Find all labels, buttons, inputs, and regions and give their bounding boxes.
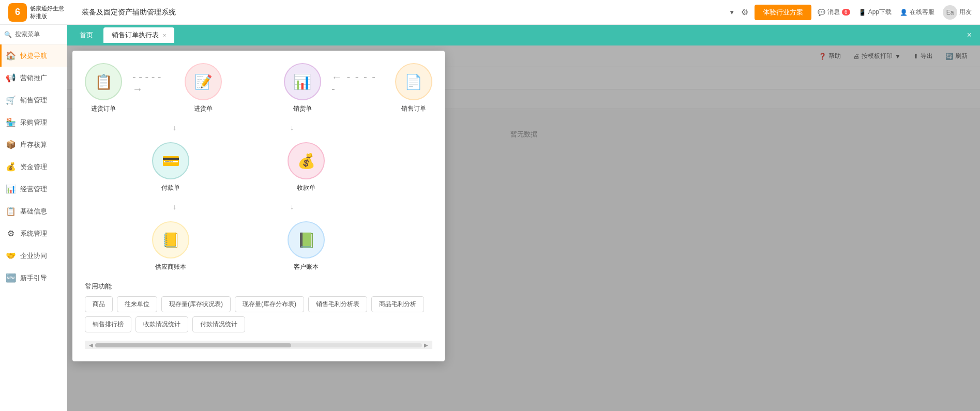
- popup-overlay: 📋 进货订单 - - - - - → 📝 进货单: [67, 45, 980, 411]
- sidebar-item-label: 资金管理: [20, 162, 47, 172]
- message-icon: 💬: [818, 9, 825, 16]
- basic-info-icon: 📋: [6, 206, 16, 216]
- tab-close-button[interactable]: ×: [163, 32, 166, 38]
- sidebar-item-purchase-mgmt[interactable]: 🏪 采购管理: [0, 111, 67, 133]
- flow-item-supplier-account[interactable]: 📒 供应商账本: [152, 221, 189, 271]
- sidebar: 🔍 搜索菜单 🏠 快捷导航 📢 营销推广 🛒 销售管理 🏪 采购管理 📦: [0, 25, 67, 411]
- flow-item-sales-order[interactable]: 📄 销售订单: [395, 63, 432, 113]
- settings-icon[interactable]: ⚙: [741, 7, 748, 17]
- sidebar-item-label: 新手引导: [20, 273, 47, 283]
- flow-row-3: 📒 供应商账本 📗 客户账本: [152, 221, 432, 271]
- flow-row-arrows: ↓ ↓: [173, 121, 432, 134]
- flow-item-purchase-receipt[interactable]: 📝 进货单: [185, 63, 222, 113]
- app-download-button[interactable]: 📱 App下载: [858, 8, 892, 17]
- btn-inventory-dist[interactable]: 现存量(库存分布表): [235, 296, 304, 312]
- tab-label: 销售订单执行表: [112, 31, 159, 40]
- arrow-left-1: ← - - - - -: [331, 71, 385, 95]
- common-buttons-row-2: 销售排行榜 收款情况统计 付款情况统计: [85, 316, 432, 332]
- top-bar: 6 畅康通好生意标推版 装备及固定资产辅助管理系统 ▼ ⚙ 体验行业方案 💬 消…: [0, 0, 980, 25]
- btn-sales-rank[interactable]: 销售排行榜: [85, 316, 131, 332]
- message-button[interactable]: 💬 消息 6: [818, 8, 850, 17]
- online-service-label: 在线客服: [910, 8, 934, 17]
- scroll-thumb[interactable]: [95, 343, 291, 347]
- flow-item-customer-account[interactable]: 📗 客户账本: [288, 221, 325, 271]
- popup-inner: 📋 进货订单 - - - - - → 📝 进货单: [72, 51, 445, 361]
- user-menu[interactable]: Ea 用友: [943, 5, 972, 20]
- sidebar-item-enterprise[interactable]: 🤝 企业协同: [0, 245, 67, 267]
- flow-item-payment[interactable]: 💳 付款单: [152, 142, 189, 192]
- logo-area: 6 畅康通好生意标推版: [8, 3, 76, 22]
- down-arrow-1: ↓: [173, 121, 176, 134]
- main-area: 🔍 搜索菜单 🏠 快捷导航 📢 营销推广 🛒 销售管理 🏪 采购管理 📦: [0, 25, 980, 411]
- purchase-receipt-label: 进货单: [194, 104, 213, 113]
- scroll-left-arrow[interactable]: ◀: [87, 342, 95, 348]
- sidebar-item-operations[interactable]: 📊 经营管理: [0, 178, 67, 200]
- user-label: 用友: [959, 8, 972, 17]
- operations-icon: 📊: [6, 184, 16, 194]
- btn-sales-profit[interactable]: 销售毛利分析表: [308, 296, 367, 312]
- logo-text: 畅康通好生意标推版: [30, 5, 64, 20]
- btn-counterpart[interactable]: 往来单位: [117, 296, 157, 312]
- try-industry-button[interactable]: 体验行业方案: [755, 5, 811, 20]
- customer-account-label: 客户账本: [294, 263, 319, 271]
- btn-product-profit[interactable]: 商品毛利分析: [371, 296, 424, 312]
- sidebar-item-marketing[interactable]: 📢 营销推广: [0, 67, 67, 89]
- app-download-label: App下载: [868, 8, 892, 17]
- sidebar-item-label: 销售管理: [20, 96, 47, 105]
- sidebar-item-sales-mgmt[interactable]: 🛒 销售管理: [0, 89, 67, 111]
- system-dropdown-arrow[interactable]: ▼: [729, 9, 735, 16]
- sidebar-item-finance[interactable]: 💰 资金管理: [0, 156, 67, 178]
- common-functions-title: 常用功能: [85, 282, 432, 291]
- sidebar-search[interactable]: 🔍 搜索菜单: [0, 25, 67, 44]
- tab-home[interactable]: 首页: [71, 26, 101, 44]
- payment-circle: 💳: [152, 142, 189, 179]
- tab-sales-execution[interactable]: 销售订单执行表 ×: [103, 27, 174, 43]
- new-guide-icon: 🆕: [6, 273, 16, 283]
- marketing-icon: 📢: [6, 73, 16, 83]
- enterprise-icon: 🤝: [6, 251, 16, 261]
- system-mgmt-icon: ⚙: [6, 229, 16, 238]
- sidebar-item-label: 基础信息: [20, 207, 47, 216]
- sidebar-item-inventory[interactable]: 📦 库存核算: [0, 133, 67, 156]
- sales-order-label: 销售订单: [401, 104, 426, 113]
- purchase-order-circle: 📋: [85, 63, 122, 100]
- sidebar-item-label: 营销推广: [20, 73, 47, 83]
- scroll-right-arrow[interactable]: ▶: [422, 342, 430, 348]
- down-arrow-4: ↓: [290, 201, 294, 213]
- message-label: 消息: [827, 8, 840, 17]
- search-icon: 🔍: [4, 31, 12, 38]
- down-arrow-2: ↓: [290, 121, 294, 134]
- receipt-label: 收款单: [297, 184, 315, 192]
- sidebar-item-label: 快捷导航: [20, 51, 47, 60]
- sales-order-circle: 📄: [395, 63, 432, 100]
- horizontal-scrollbar[interactable]: ◀ ▶: [85, 341, 432, 349]
- sidebar-item-quick-nav[interactable]: 🏠 快捷导航: [0, 44, 67, 67]
- down-arrow-3: ↓: [173, 201, 176, 213]
- btn-product[interactable]: 商品: [85, 296, 113, 312]
- btn-inventory-status[interactable]: 现存量(库存状况表): [161, 296, 231, 312]
- sidebar-item-label: 库存核算: [20, 140, 47, 149]
- sidebar-item-new-guide[interactable]: 🆕 新手引导: [0, 267, 67, 289]
- sidebar-item-label: 企业协同: [20, 251, 47, 261]
- online-service-button[interactable]: 👤 在线客服: [900, 8, 934, 17]
- flow-item-receipt[interactable]: 💰 收款单: [288, 142, 325, 192]
- global-close-button[interactable]: ×: [963, 31, 976, 40]
- sidebar-item-label: 采购管理: [20, 118, 47, 127]
- btn-payment-stats[interactable]: 付款情况统计: [192, 316, 245, 332]
- flow-row-1: 📋 进货订单 - - - - - → 📝 进货单: [85, 63, 432, 113]
- purchase-icon: 🏪: [6, 117, 16, 127]
- sidebar-item-system-mgmt[interactable]: ⚙ 系统管理: [0, 222, 67, 245]
- flow-row-arrows-2: ↓ ↓: [173, 201, 432, 213]
- receipt-circle: 💰: [288, 142, 325, 179]
- avatar: Ea: [943, 5, 957, 20]
- system-title: 装备及固定资产辅助管理系统: [82, 8, 722, 17]
- sales-receipt-label: 销货单: [293, 104, 312, 113]
- sidebar-item-basic-info[interactable]: 📋 基础信息: [0, 200, 67, 222]
- btn-receipt-stats[interactable]: 收款情况统计: [135, 316, 188, 332]
- quick-nav-icon: 🏠: [6, 51, 16, 60]
- message-badge: 6: [842, 9, 850, 16]
- flow-item-sales-receipt[interactable]: 📊 销货单: [284, 63, 321, 113]
- sidebar-item-label: 经营管理: [20, 185, 47, 194]
- flow-item-purchase-order[interactable]: 📋 进货订单: [85, 63, 122, 113]
- payment-label: 付款单: [161, 184, 180, 192]
